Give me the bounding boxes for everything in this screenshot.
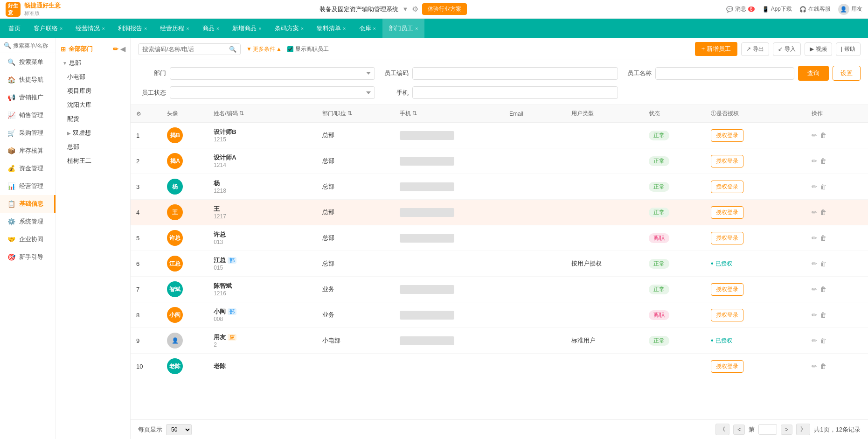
page-input[interactable]: 1: [758, 424, 777, 435]
edit-icon[interactable]: ✏: [812, 337, 817, 344]
th-dept_pos[interactable]: 部门/职位 ⇅: [317, 105, 394, 123]
edit-icon[interactable]: ✏: [812, 183, 817, 190]
auth-btn[interactable]: 授权登录: [711, 155, 743, 167]
edit-icon[interactable]: ✏: [812, 362, 817, 370]
prev-page-btn[interactable]: <: [733, 425, 745, 435]
sidebar-item-经营管理[interactable]: 📊经营管理: [0, 177, 56, 195]
dept-edit-icon[interactable]: ✏: [113, 45, 118, 53]
nav-close-icon[interactable]: ×: [415, 26, 418, 31]
dept-item-总部[interactable]: 总部: [56, 140, 130, 154]
sidebar-item-销售管理[interactable]: 📈销售管理: [0, 106, 56, 124]
user-avatar[interactable]: 👤 用友: [838, 4, 862, 15]
nav-close-icon[interactable]: ×: [144, 26, 147, 31]
dept-all-label[interactable]: 全部部门: [69, 45, 93, 53]
nav-close-icon[interactable]: ×: [343, 26, 346, 31]
auth-btn[interactable]: 授权登录: [711, 283, 743, 296]
emp-name-filter-input[interactable]: [655, 67, 794, 80]
delete-icon[interactable]: 🗑: [820, 337, 826, 344]
dept-item-小电部[interactable]: 小电部: [56, 70, 130, 84]
edit-icon[interactable]: ✏: [812, 260, 817, 267]
export-btn[interactable]: ↗ 导出: [741, 42, 769, 56]
nav-item-条码方案[interactable]: 条码方案×: [268, 19, 310, 38]
search-input[interactable]: [142, 46, 226, 53]
emp-code-filter-input[interactable]: [412, 67, 618, 80]
nav-item-商品[interactable]: 商品×: [196, 19, 226, 38]
sidebar-item-采购管理[interactable]: 🛒采购管理: [0, 124, 56, 142]
th-phone[interactable]: 手机 ⇅: [394, 105, 504, 123]
sidebar-item-新手引导[interactable]: 🎯新手引导: [0, 248, 56, 266]
auth-btn[interactable]: 授权登录: [711, 181, 743, 193]
query-btn[interactable]: 查询: [798, 66, 829, 81]
delete-icon[interactable]: 🗑: [820, 234, 826, 242]
dept-item-配货[interactable]: 配货: [56, 112, 130, 126]
nav-item-利润报告[interactable]: 利润报告×: [111, 19, 153, 38]
edit-icon[interactable]: ✏: [812, 157, 817, 165]
auth-btn[interactable]: 授权登录: [711, 129, 743, 142]
nav-close-icon[interactable]: ×: [258, 26, 261, 31]
nav-close-icon[interactable]: ×: [102, 26, 104, 31]
show-resigned-input[interactable]: [287, 46, 293, 52]
edit-icon[interactable]: ✏: [812, 132, 817, 139]
dept-filter-select[interactable]: [170, 67, 375, 80]
delete-icon[interactable]: 🗑: [820, 157, 826, 165]
edit-icon[interactable]: ✏: [812, 286, 817, 293]
auth-btn[interactable]: 授权登录: [711, 232, 743, 244]
experience-btn[interactable]: 体验行业方案: [422, 3, 467, 15]
nav-close-icon[interactable]: ×: [373, 26, 376, 31]
dept-item-总部[interactable]: ▼总部: [56, 56, 130, 70]
message-btn[interactable]: 💬 消息 6: [726, 5, 755, 13]
auth-btn[interactable]: 授权登录: [711, 360, 743, 373]
sidebar-item-营销推广[interactable]: 📢营销推广: [0, 89, 56, 106]
nav-item-客户联络[interactable]: 客户联络×: [27, 19, 69, 38]
th-name_code[interactable]: 姓名/编码 ⇅: [208, 105, 317, 123]
delete-icon[interactable]: 🗑: [820, 209, 826, 216]
more-conditions-btn[interactable]: ▼ 更多条件 ▲: [246, 45, 282, 53]
phone-filter-input[interactable]: [412, 86, 618, 99]
emp-status-filter-select[interactable]: [170, 86, 375, 99]
nav-close-icon[interactable]: ×: [301, 26, 304, 31]
app-download-btn[interactable]: 📱 App下载: [762, 5, 792, 13]
edit-icon[interactable]: ✏: [812, 311, 817, 319]
sidebar-search-input[interactable]: [13, 42, 52, 49]
delete-icon[interactable]: 🗑: [820, 286, 826, 293]
dropdown-icon[interactable]: ▼: [402, 6, 408, 13]
help-btn[interactable]: | 帮助: [836, 42, 861, 56]
import-btn[interactable]: ↙ 导入: [773, 42, 801, 56]
add-employee-btn[interactable]: + 新增员工: [695, 42, 737, 56]
nav-item-经营情况[interactable]: 经营情况×: [69, 19, 111, 38]
nav-item-物料清单[interactable]: 物料清单×: [310, 19, 352, 38]
sidebar-item-库存核算[interactable]: 📦库存核算: [0, 142, 56, 160]
last-page-btn[interactable]: 》: [796, 424, 810, 435]
dept-item-沈阳大库[interactable]: 沈阳大库: [56, 98, 130, 112]
delete-icon[interactable]: 🗑: [820, 362, 826, 370]
sidebar-item-系统管理[interactable]: ⚙️系统管理: [0, 213, 56, 230]
delete-icon[interactable]: 🗑: [820, 260, 826, 267]
settings-icon[interactable]: ⚙: [412, 5, 418, 14]
auth-btn[interactable]: 授权登录: [711, 206, 743, 219]
dept-item-植树王二[interactable]: 植树王二: [56, 154, 130, 168]
online-service-btn[interactable]: 🎧 在线客服: [799, 5, 831, 13]
nav-item-部门员工[interactable]: 部门员工×: [382, 19, 424, 38]
sidebar-item-搜索菜单[interactable]: 🔍搜索菜单: [0, 53, 56, 71]
next-page-btn[interactable]: >: [781, 425, 792, 435]
nav-item-经营历程[interactable]: 经营历程×: [153, 19, 195, 38]
first-page-btn[interactable]: 《: [715, 424, 729, 435]
nav-item-仓库[interactable]: 仓库×: [353, 19, 382, 38]
view-btn[interactable]: ▶ 视频: [805, 42, 832, 56]
sidebar-item-资金管理[interactable]: 💰资金管理: [0, 160, 56, 177]
nav-item-新增商品[interactable]: 新增商品×: [226, 19, 268, 38]
edit-icon[interactable]: ✏: [812, 209, 817, 216]
delete-icon[interactable]: 🗑: [820, 132, 826, 139]
delete-icon[interactable]: 🗑: [820, 183, 826, 190]
search-icon[interactable]: 🔍: [229, 46, 236, 53]
nav-item-首页[interactable]: 首页: [2, 19, 27, 38]
edit-icon[interactable]: ✏: [812, 234, 817, 242]
dept-item-项目库房[interactable]: 项目库房: [56, 84, 130, 98]
nav-close-icon[interactable]: ×: [216, 26, 219, 31]
auth-btn[interactable]: 授权登录: [711, 309, 743, 321]
sidebar-item-快捷导航[interactable]: 🏠快捷导航: [0, 71, 56, 89]
sidebar-item-企业协同[interactable]: 🤝企业协同: [0, 230, 56, 248]
sidebar-item-基础信息[interactable]: 📋基础信息: [0, 195, 56, 213]
show-resigned-checkbox[interactable]: 显示离职员工: [287, 45, 329, 53]
dept-collapse-icon[interactable]: ◀: [120, 45, 125, 53]
